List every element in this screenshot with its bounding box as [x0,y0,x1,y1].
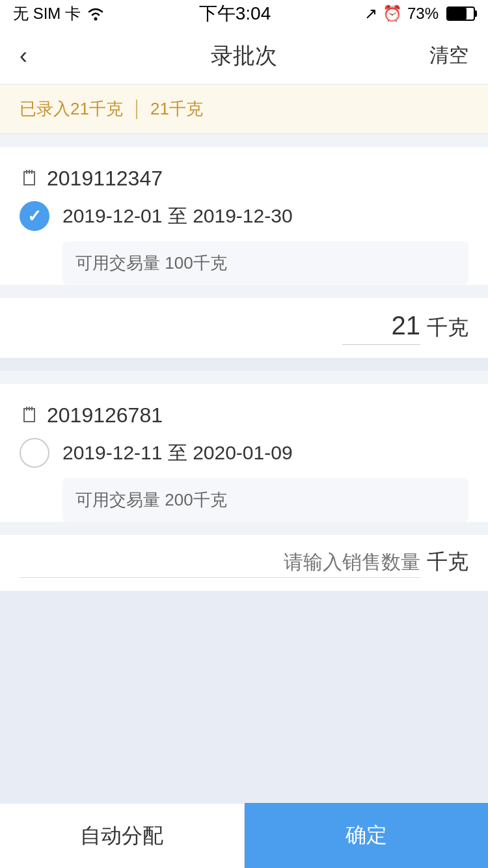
batch1-unit: 千克 [427,314,468,342]
batch2-select-row[interactable]: 2019-12-11 至 2020-01-09 [20,438,468,468]
batch1-icon: 🗒 [20,167,40,191]
batch2-amount-input[interactable] [20,551,420,578]
auto-distribute-button[interactable]: 自动分配 [0,803,245,868]
batch2-icon: 🗒 [20,403,40,427]
page-title: 录批次 [72,41,416,71]
batch1-radio[interactable] [20,201,49,231]
carrier-text: 无 SIM 卡 [13,3,81,24]
info-divider [136,100,137,119]
batch2-header: 🗒 2019126781 [20,403,468,427]
batch2-input-row: 千克 [0,535,488,591]
batch2-unit: 千克 [427,548,468,576]
batch1-id: 2019112347 [47,167,163,191]
batch2-radio[interactable] [20,438,49,468]
svg-point-0 [94,18,98,21]
batch1-card: 🗒 2019112347 2019-12-01 至 2019-12-30 可用交… [0,147,488,285]
total-amount: 21千克 [150,98,203,120]
batch2-card: 🗒 2019126781 2019-12-11 至 2020-01-09 可用交… [0,384,488,522]
battery-icon [446,7,475,21]
recorded-amount: 已录入21千克 [20,98,123,120]
bottom-bar: 自动分配 确定 [0,803,488,868]
info-banner: 已录入21千克 21千克 [0,85,488,134]
alarm-icon: ⏰ [383,5,402,23]
status-bar-time: 下午3:04 [199,1,271,26]
back-button[interactable]: ‹ [20,42,72,70]
status-bar-left: 无 SIM 卡 [13,3,105,24]
batch1-amount-row: 千克 [0,298,488,358]
batch1-amount-input[interactable] [342,311,420,340]
batch1-date: 2019-12-01 至 2019-12-30 [62,203,293,230]
batch2-availability: 可用交易量 200千克 [62,478,468,522]
location-icon: ↗ [364,5,377,23]
battery-percent: 73% [407,5,439,23]
nav-bar: ‹ 录批次 清空 [0,27,488,85]
wifi-icon [86,7,105,21]
batch2-date: 2019-12-11 至 2020-01-09 [62,440,293,467]
batch1-availability: 可用交易量 100千克 [62,241,468,285]
batch1-select-row[interactable]: 2019-12-01 至 2019-12-30 [20,201,468,231]
status-bar: 无 SIM 卡 下午3:04 ↗ ⏰ 73% [0,0,488,27]
section-divider [0,358,488,371]
batch2-id: 2019126781 [47,403,163,427]
clear-button[interactable]: 清空 [416,42,468,69]
batch1-header: 🗒 2019112347 [20,167,468,191]
batch1-amount-wrapper [342,311,420,345]
confirm-button[interactable]: 确定 [245,803,489,868]
status-bar-right: ↗ ⏰ 73% [364,5,475,23]
